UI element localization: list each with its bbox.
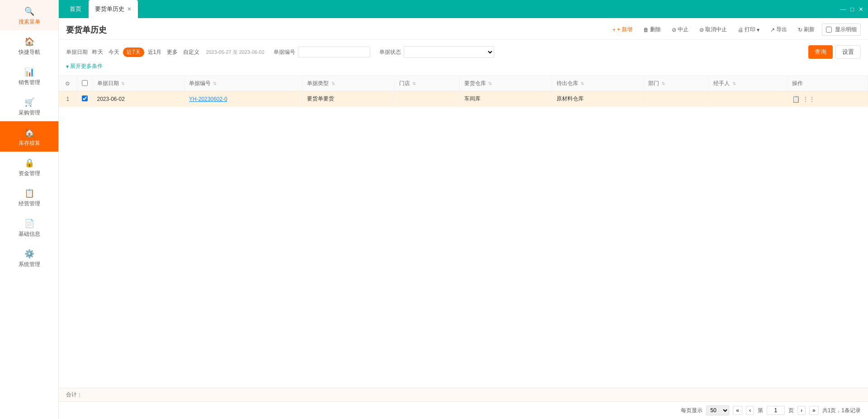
tab-close-icon[interactable]: ✕ xyxy=(127,6,132,12)
tab-home[interactable]: 首页 xyxy=(63,0,88,18)
export-icon: ↗ xyxy=(770,27,775,33)
page-number-input[interactable] xyxy=(767,406,785,415)
shortcut-yesterday[interactable]: 昨天 xyxy=(90,48,105,57)
window-maximize-btn[interactable]: □ xyxy=(850,6,854,13)
query-button[interactable]: 查询 xyxy=(808,45,833,59)
stop-button[interactable]: ⊘ 中止 xyxy=(668,24,692,35)
cancel-stop-icon: ⊘ xyxy=(699,27,704,33)
prev-page-btn[interactable]: ‹ xyxy=(746,406,754,415)
sidebar-item-finance[interactable]: 🔒 资金管理 xyxy=(0,152,58,182)
doc-no-label: 单据编号 xyxy=(274,48,295,56)
last-page-btn[interactable]: » xyxy=(809,406,819,415)
shortcut-today[interactable]: 今天 xyxy=(107,48,121,57)
expand-filter-btn[interactable]: ▾ 展开更多条件 xyxy=(66,62,861,70)
window-minimize-btn[interactable]: — xyxy=(840,6,846,13)
row-handler xyxy=(709,91,788,107)
sidebar-item-search[interactable]: 🔍 搜索菜单 xyxy=(0,0,58,30)
sort-pending-warehouse-icon[interactable]: ⇅ xyxy=(580,81,584,86)
refresh-button[interactable]: ↻ 刷新 xyxy=(794,24,818,35)
sidebar-label-basic: 基础信息 xyxy=(19,230,40,238)
sidebar-label-quick-nav: 快捷导航 xyxy=(19,48,40,56)
sort-department-icon[interactable]: ⇅ xyxy=(661,81,665,86)
sidebar-item-inventory[interactable]: 🏠 库存核算 xyxy=(0,121,58,152)
sidebar-item-sales[interactable]: 📊 销售管理 xyxy=(0,61,58,91)
doc-no-link[interactable]: YH-20230602-0 xyxy=(189,96,227,102)
col-pending-warehouse: 待出仓库 ⇅ xyxy=(552,76,643,91)
sidebar-item-purchase[interactable]: 🛒 采购管理 xyxy=(0,91,58,121)
sales-icon: 📊 xyxy=(24,67,34,77)
sidebar-item-operations[interactable]: 📋 经营管理 xyxy=(0,182,58,212)
basic-icon: 📄 xyxy=(24,219,34,229)
table-wrapper: ⚙ 单据日期 ⇅ 单据编号 ⇅ xyxy=(59,76,868,388)
shortcut-custom[interactable]: 自定义 xyxy=(181,48,201,57)
system-icon: ⚙️ xyxy=(24,249,34,259)
col-action: 操作 xyxy=(788,76,868,91)
status-select[interactable] xyxy=(404,46,494,58)
refresh-icon: ↻ xyxy=(798,27,802,33)
sort-handler-icon[interactable]: ⇅ xyxy=(732,81,736,86)
per-page-label: 每页显示 xyxy=(681,407,703,414)
sidebar-item-basic[interactable]: 📄 基础信息 xyxy=(0,212,58,243)
print-button[interactable]: 🖨 打印 ▾ xyxy=(734,24,763,35)
header-row: ⚙ 单据日期 ⇅ 单据编号 ⇅ xyxy=(59,76,868,91)
col-date: 单据日期 ⇅ xyxy=(92,76,184,91)
col-req-warehouse: 要货仓库 ⇅ xyxy=(460,76,552,91)
edit-action-icon[interactable]: ⋮⋮ xyxy=(802,95,815,103)
first-page-btn[interactable]: « xyxy=(733,406,742,415)
row-req-warehouse: 车间库 xyxy=(460,91,552,107)
delete-icon: 🗑 xyxy=(643,27,649,33)
home-icon: 🏠 xyxy=(24,37,34,47)
settings-button[interactable]: 设置 xyxy=(835,45,861,59)
date-range-display: 2023-05-27 至 2023-06-02 xyxy=(206,49,264,56)
row-date: 2023-06-02 xyxy=(92,91,184,107)
sort-doc-no-icon[interactable]: ⇅ xyxy=(213,81,217,86)
sort-doc-type-icon[interactable]: ⇅ xyxy=(331,81,335,86)
col-store: 门店 ⇅ xyxy=(394,76,459,91)
export-button[interactable]: ↗ 导出 xyxy=(767,24,791,35)
select-all-checkbox[interactable] xyxy=(82,80,88,86)
sidebar-label-inventory: 库存核算 xyxy=(19,139,40,147)
col-department: 部门 ⇅ xyxy=(644,76,709,91)
print-dropdown-icon: ▾ xyxy=(757,27,760,33)
sidebar-item-system[interactable]: ⚙️ 系统管理 xyxy=(0,243,58,273)
expand-icon: ▾ xyxy=(66,63,69,70)
filter-row: 单据日期 昨天 今天 近7天 近1月 更多 自定义 2023-05-27 至 2… xyxy=(66,45,861,59)
doc-no-filter: 单据编号 xyxy=(274,47,370,57)
shortcut-1month[interactable]: 近1月 xyxy=(146,48,164,57)
view-action-icon[interactable]: 📋 xyxy=(792,95,800,103)
finance-icon: 🔒 xyxy=(24,158,34,168)
sidebar-label-search: 搜索菜单 xyxy=(19,18,40,26)
tab-requisition-history[interactable]: 要货单历史 ✕ xyxy=(89,0,138,18)
delete-button[interactable]: 🗑 删除 xyxy=(640,24,665,35)
table-header: ⚙ 单据日期 ⇅ 单据编号 ⇅ xyxy=(59,76,868,91)
row-store xyxy=(394,91,459,107)
table-footer: 合计： xyxy=(59,388,868,401)
new-icon: + xyxy=(613,27,616,33)
inventory-icon: 🏠 xyxy=(24,128,34,138)
col-settings[interactable]: ⚙ xyxy=(59,76,77,91)
display-detail-button[interactable]: 显示明细 xyxy=(822,24,861,36)
sidebar-item-quick-nav[interactable]: 🏠 快捷导航 xyxy=(0,30,58,61)
doc-no-input[interactable] xyxy=(298,47,370,57)
shortcut-7days[interactable]: 近7天 xyxy=(123,48,144,57)
new-button[interactable]: + + 新增 xyxy=(609,24,636,35)
row-doc-type: 要货单要货 xyxy=(302,91,394,107)
sort-store-icon[interactable]: ⇅ xyxy=(412,81,416,86)
sort-req-warehouse-icon[interactable]: ⇅ xyxy=(488,81,492,86)
display-detail-checkbox[interactable] xyxy=(826,27,832,33)
sidebar-label-purchase: 采购管理 xyxy=(19,109,40,117)
cancel-stop-button[interactable]: ⊘ 取消中止 xyxy=(696,24,731,35)
sort-date-icon[interactable]: ⇅ xyxy=(121,81,125,86)
sidebar-label-sales: 销售管理 xyxy=(19,79,40,86)
row-pending-warehouse: 原材料仓库 xyxy=(552,91,643,107)
row-checkbox[interactable] xyxy=(82,95,88,101)
row-num: 1 xyxy=(59,91,77,107)
col-handler: 经手人 ⇅ xyxy=(709,76,788,91)
sidebar-label-finance: 资金管理 xyxy=(19,170,40,177)
sidebar-label-operations: 经营管理 xyxy=(19,200,40,208)
per-page-select[interactable]: 10 20 50 100 xyxy=(706,405,729,415)
action-icons: 📋 ⋮⋮ xyxy=(792,95,863,103)
shortcut-more[interactable]: 更多 xyxy=(165,48,179,57)
next-page-btn[interactable]: › xyxy=(797,406,806,415)
window-close-btn[interactable]: ✕ xyxy=(859,6,863,13)
